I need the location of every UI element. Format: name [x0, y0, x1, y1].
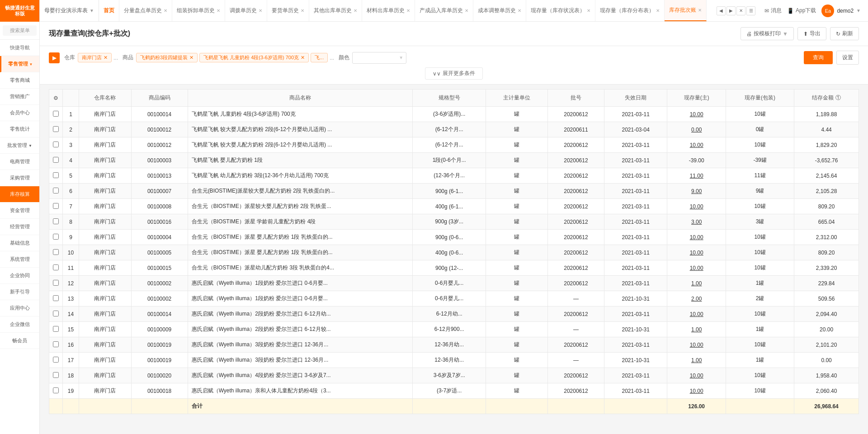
row-checkbox-input[interactable] — [53, 311, 59, 316]
print-btn[interactable]: 🖨 按模板打印 ▼ — [741, 27, 794, 40]
row-checkbox-input[interactable] — [53, 357, 59, 363]
goods-tag-0[interactable]: 飞鹤奶粉3段四罐提装 ✕ — [136, 53, 198, 62]
row-stock-main[interactable]: 9.00 — [667, 184, 726, 199]
row-checkbox-input[interactable] — [53, 326, 59, 332]
export-btn[interactable]: ⬆ 导出 — [797, 27, 826, 40]
row-stock-main[interactable]: 10.00 — [667, 107, 726, 122]
sidebar-item-basic-info[interactable]: 基础信息 — [0, 235, 39, 251]
row-checkbox[interactable] — [49, 199, 63, 214]
row-checkbox-input[interactable] — [53, 157, 59, 163]
row-stock-main[interactable]: 10.00 — [667, 199, 726, 214]
tab-transfer[interactable]: 调拨单历史 ✕ — [225, 0, 267, 21]
sidebar-item-member-center[interactable]: 会员中心 — [0, 105, 39, 121]
tab-stock-status[interactable]: 现存量（库存状况表） ✕ — [526, 0, 595, 21]
row-checkbox-input[interactable] — [53, 372, 59, 378]
row-checkbox-input[interactable] — [53, 341, 59, 347]
row-checkbox[interactable] — [49, 291, 63, 307]
col-settings[interactable]: ⚙ — [49, 90, 63, 107]
goods-tag-2[interactable]: 飞... — [311, 53, 328, 62]
tab-cost-adjustment[interactable]: 成本调整单历史 ✕ — [473, 0, 526, 21]
tab-other-outbound[interactable]: 其他出库单历史 ✕ — [309, 0, 362, 21]
tab-home[interactable]: 首页 — [99, 0, 119, 21]
sidebar-item-retail-stats[interactable]: 零售统计 — [0, 121, 39, 137]
row-stock-main[interactable]: 10.00 — [667, 260, 726, 276]
row-stock-main[interactable]: 0.00 — [667, 122, 726, 137]
sidebar-item-app-center[interactable]: 应用中心 — [0, 300, 39, 316]
sidebar-item-system[interactable]: 系统管理 — [0, 251, 39, 268]
row-checkbox[interactable] — [49, 260, 63, 276]
warehouse-filter-more[interactable]: ... — [113, 55, 118, 61]
tab-stock-dist[interactable]: 现存量（库存分布表） ✕ — [595, 0, 665, 21]
row-stock-main[interactable]: 10.00 — [667, 368, 726, 383]
row-stock-main[interactable]: 10.00 — [667, 245, 726, 260]
sidebar-item-marketing[interactable]: 营销推广 — [0, 89, 39, 105]
goods-tag-1[interactable]: 飞鹤星飞帆 儿童奶粉 4段(3-6岁适用) 700克 ✕ — [199, 53, 309, 62]
tab-split-inventory[interactable]: 分量盘点单历史 ✕ — [119, 0, 172, 21]
sidebar-item-ecommerce[interactable]: 电商管理 — [0, 154, 39, 170]
row-stock-main[interactable]: 10.00 — [667, 230, 726, 245]
tab-close-disassembly[interactable]: ✕ — [217, 8, 220, 13]
tab-close-stock-status[interactable]: ✕ — [587, 8, 590, 13]
row-checkbox[interactable] — [49, 107, 63, 122]
sidebar-item-inventory-check[interactable]: 库存核算 — [0, 186, 39, 203]
row-stock-main[interactable]: 10.00 — [667, 337, 726, 353]
row-checkbox-input[interactable] — [53, 142, 59, 147]
row-checkbox-input[interactable] — [53, 188, 59, 193]
app-download-btn[interactable]: 📱 App下载 — [787, 7, 816, 14]
workspace-dropdown[interactable]: 母婴行业演示库表 ▼ — [40, 0, 99, 21]
row-checkbox-input[interactable] — [53, 234, 59, 240]
search-menu-btn[interactable]: 搜索菜单 — [3, 25, 37, 36]
row-stock-main[interactable]: -39.00 — [667, 153, 726, 168]
tab-menu[interactable]: ☰ — [746, 6, 755, 15]
tab-close-stock-dist[interactable]: ✕ — [656, 8, 660, 13]
color-filter-input[interactable]: ▼ — [352, 52, 406, 64]
row-stock-main[interactable]: 10.00 — [667, 137, 726, 153]
warehouse-tag-close[interactable]: ✕ — [104, 55, 108, 61]
tab-requisition[interactable]: 要货单历史 ✕ — [267, 0, 309, 21]
row-checkbox[interactable] — [49, 230, 63, 245]
row-checkbox[interactable] — [49, 137, 63, 153]
tab-scroll-left[interactable]: ◀ — [717, 6, 726, 15]
warehouse-tag[interactable]: 南岸门店 ✕ — [78, 53, 112, 62]
tab-close-all[interactable]: ✕ — [736, 6, 745, 15]
tab-material-outbound[interactable]: 材料出库单历史 ✕ — [362, 0, 415, 21]
row-stock-main[interactable]: 10.00 — [667, 307, 726, 322]
tab-disassembly[interactable]: 组装拆卸单历史 ✕ — [172, 0, 225, 21]
tab-warehouse-batch[interactable]: 库存批次账 ✕ — [665, 0, 707, 21]
row-checkbox[interactable] — [49, 168, 63, 184]
row-checkbox[interactable] — [49, 245, 63, 260]
sidebar-item-operation[interactable]: 经营管理 — [0, 219, 39, 235]
row-stock-main[interactable]: 1.00 — [667, 353, 726, 368]
quick-nav-section[interactable]: 快捷导航 — [0, 40, 39, 56]
row-checkbox[interactable] — [49, 214, 63, 230]
refresh-btn[interactable]: ↻ 刷新 — [830, 27, 859, 40]
goods-tag-0-close[interactable]: ✕ — [189, 55, 193, 61]
row-stock-main[interactable]: 2.00 — [667, 291, 726, 307]
goods-filter-more[interactable]: ... — [330, 55, 334, 61]
row-checkbox[interactable] — [49, 184, 63, 199]
tab-close-cost-adjustment[interactable]: ✕ — [518, 8, 521, 13]
tab-close-requisition[interactable]: ✕ — [301, 8, 304, 13]
tab-scroll-right[interactable]: ▶ — [726, 6, 736, 15]
filter-expand-btn[interactable]: ▶ — [49, 52, 60, 63]
row-checkbox-input[interactable] — [53, 264, 59, 270]
sidebar-item-retail-mall[interactable]: 零售商城 — [0, 72, 39, 89]
row-checkbox-input[interactable] — [53, 111, 59, 117]
row-checkbox-input[interactable] — [53, 203, 59, 209]
row-checkbox[interactable] — [49, 153, 63, 168]
user-profile[interactable]: Ea demo2 ▼ — [821, 5, 861, 17]
sidebar-item-finance[interactable]: 资金管理 — [0, 203, 39, 219]
tab-close-product-inbound[interactable]: ✕ — [465, 8, 468, 13]
row-checkbox-input[interactable] — [53, 387, 59, 393]
row-stock-main[interactable]: 1.00 — [667, 276, 726, 291]
row-checkbox[interactable] — [49, 276, 63, 291]
row-checkbox-input[interactable] — [53, 295, 59, 301]
row-checkbox-input[interactable] — [53, 218, 59, 224]
sidebar-item-enterprise-wechat[interactable]: 企业微信 — [0, 316, 39, 333]
query-btn[interactable]: 查询 — [804, 51, 833, 64]
sidebar-item-vip[interactable]: 畅会员 — [0, 333, 39, 349]
row-checkbox-input[interactable] — [53, 126, 59, 132]
sidebar-item-enterprise-collab[interactable]: 企业协同 — [0, 268, 39, 284]
sidebar-item-new-guide[interactable]: 新手引导 — [0, 284, 39, 300]
row-checkbox[interactable] — [49, 353, 63, 368]
